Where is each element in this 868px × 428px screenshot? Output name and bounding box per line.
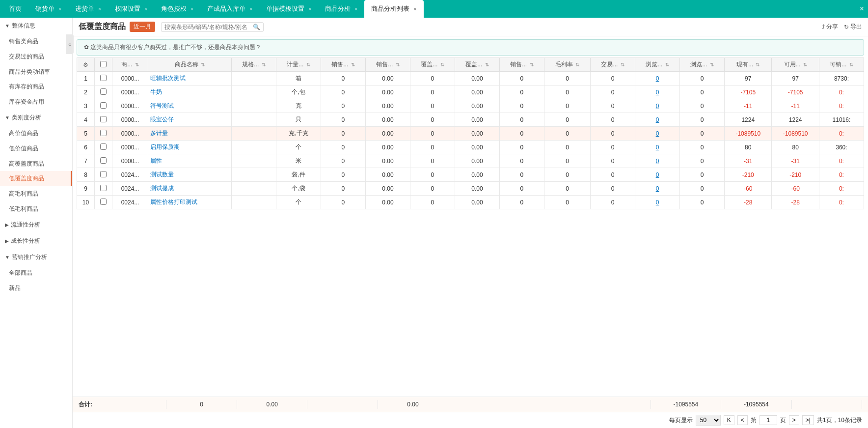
sidebar-group-marketing[interactable]: ▼ 营销推广分析: [0, 249, 72, 265]
col-sales-qty[interactable]: 销售... ⇅: [321, 58, 365, 72]
row-name[interactable]: 符号测试: [148, 99, 232, 113]
row-name[interactable]: 多计量: [148, 127, 232, 141]
col-sales-amt[interactable]: 销售... ⇅: [365, 58, 410, 72]
row-select-checkbox[interactable]: [100, 88, 107, 95]
gear-icon[interactable]: ⚙: [83, 61, 88, 68]
row-name[interactable]: 属性: [148, 154, 232, 168]
row-select-checkbox[interactable]: [100, 116, 107, 122]
row-checkbox[interactable]: [95, 86, 112, 99]
sidebar-item-traded-goods[interactable]: 交易过的商品: [0, 49, 72, 64]
row-checkbox[interactable]: [95, 154, 112, 168]
col-settings[interactable]: ⚙: [77, 58, 95, 72]
row-browse1[interactable]: 0: [635, 168, 680, 182]
close-icon[interactable]: ×: [98, 6, 101, 12]
col-unit[interactable]: 计量... ⇅: [276, 58, 321, 72]
row-browse1[interactable]: 0: [635, 154, 680, 168]
tab-template[interactable]: 单据模板设置 ×: [259, 0, 318, 18]
col-code[interactable]: 商... ⇅: [112, 58, 148, 72]
row-browse1[interactable]: 0: [635, 72, 680, 86]
row-checkbox[interactable]: [95, 182, 112, 196]
row-checkbox[interactable]: [95, 196, 112, 209]
col-current-stock[interactable]: 现有... ⇅: [725, 58, 772, 72]
row-checkbox[interactable]: [95, 168, 112, 182]
col-browse1[interactable]: 浏览... ⇅: [635, 58, 680, 72]
sidebar-item-all-goods[interactable]: 全部商品: [0, 265, 72, 281]
date-filter-button[interactable]: 近一月: [130, 22, 155, 32]
row-select-checkbox[interactable]: [100, 143, 107, 150]
col-available[interactable]: 可用... ⇅: [772, 58, 819, 72]
row-checkbox[interactable]: [95, 72, 112, 86]
row-select-checkbox[interactable]: [100, 102, 107, 109]
close-icon[interactable]: ×: [354, 6, 357, 12]
sidebar-group-category[interactable]: ▼ 类别度分析: [0, 110, 72, 126]
search-input[interactable]: [164, 24, 253, 30]
sidebar-item-low-gross[interactable]: 低毛利商品: [0, 201, 72, 217]
sidebar-group-overall[interactable]: ▼ 整体信息: [0, 18, 72, 34]
row-name[interactable]: 属性价格打印测试: [148, 196, 232, 209]
tab-permission[interactable]: 权限设置 ×: [108, 0, 154, 18]
sidebar-item-new-goods[interactable]: 新品: [0, 281, 72, 296]
col-spec[interactable]: 规格... ⇅: [231, 58, 276, 72]
share-button[interactable]: ⤴ 分享: [822, 23, 838, 31]
row-select-checkbox[interactable]: [100, 75, 107, 81]
row-browse1[interactable]: 0: [635, 113, 680, 127]
tab-purchase[interactable]: 进货单 ×: [68, 0, 108, 18]
row-browse1[interactable]: 0: [635, 196, 680, 209]
last-page-button[interactable]: >|: [802, 415, 814, 425]
tab-role[interactable]: 角色授权 ×: [154, 0, 200, 18]
col-sellable[interactable]: 可销... ⇅: [819, 58, 864, 72]
current-page-input[interactable]: [760, 415, 777, 425]
sidebar-item-high-coverage[interactable]: 高覆盖度商品: [0, 156, 72, 171]
close-icon[interactable]: ×: [413, 6, 416, 12]
sidebar-item-stock-capital[interactable]: 库存资金占用: [0, 94, 72, 110]
close-icon[interactable]: ×: [308, 6, 311, 12]
close-icon[interactable]: ×: [58, 6, 61, 12]
search-icon[interactable]: 🔍: [253, 24, 260, 30]
col-browse2[interactable]: 浏览... ⇅: [680, 58, 725, 72]
sidebar-item-has-stock[interactable]: 有库存的商品: [0, 79, 72, 94]
row-name[interactable]: 启用保质期: [148, 141, 232, 154]
row-checkbox[interactable]: [95, 141, 112, 154]
sidebar-collapse-button[interactable]: «: [66, 34, 74, 54]
row-select-checkbox[interactable]: [100, 130, 107, 136]
prev-page-button[interactable]: <: [737, 415, 748, 425]
row-checkbox[interactable]: [95, 99, 112, 113]
col-gross-rate[interactable]: 毛利率 ⇅: [544, 58, 590, 72]
sidebar-item-category-rate[interactable]: 商品分类动销率: [0, 64, 72, 80]
row-browse1[interactable]: 0: [635, 127, 680, 141]
sidebar-item-high-gross[interactable]: 高毛利商品: [0, 186, 72, 201]
tab-product-warehouse[interactable]: 产成品入库单 ×: [200, 0, 259, 18]
row-name[interactable]: 测试数量: [148, 168, 232, 182]
tab-sales-order[interactable]: 销货单 ×: [28, 0, 68, 18]
window-close-icon[interactable]: ×: [860, 4, 864, 13]
col-coverage2[interactable]: 覆盖... ⇅: [455, 58, 499, 72]
row-checkbox[interactable]: [95, 113, 112, 127]
col-name[interactable]: 商品名称 ⇅: [148, 58, 232, 72]
row-checkbox[interactable]: [95, 127, 112, 141]
row-browse1[interactable]: 0: [635, 99, 680, 113]
select-all-checkbox[interactable]: [100, 61, 107, 67]
col-coverage1[interactable]: 覆盖... ⇅: [410, 58, 455, 72]
sidebar-group-liquidity[interactable]: ▶ 流通性分析: [0, 217, 72, 233]
close-icon[interactable]: ×: [190, 6, 193, 12]
row-browse1[interactable]: 0: [635, 86, 680, 99]
export-button[interactable]: ↻ 导出: [844, 23, 862, 31]
sidebar-group-growth[interactable]: ▶ 成长性分析: [0, 233, 72, 249]
sidebar-item-high-value[interactable]: 高价值商品: [0, 126, 72, 141]
row-name[interactable]: 眼宝公仔: [148, 113, 232, 127]
col-transaction[interactable]: 交易... ⇅: [591, 58, 635, 72]
sidebar-item-low-value[interactable]: 低价值商品: [0, 141, 72, 156]
row-select-checkbox[interactable]: [100, 157, 107, 164]
row-name[interactable]: 测试提成: [148, 182, 232, 196]
row-name[interactable]: 牛奶: [148, 86, 232, 99]
page-size-select[interactable]: 50 100 200: [696, 415, 721, 426]
tab-home[interactable]: 首页: [2, 0, 28, 18]
close-icon[interactable]: ×: [144, 6, 147, 12]
close-icon[interactable]: ×: [249, 6, 252, 12]
row-name[interactable]: 旺辅批次测试: [148, 72, 232, 86]
row-browse1[interactable]: 0: [635, 141, 680, 154]
tab-product-analysis[interactable]: 商品分析 ×: [318, 0, 364, 18]
row-select-checkbox[interactable]: [100, 171, 107, 177]
tab-product-analysis-list[interactable]: 商品分析列表 ×: [364, 0, 423, 18]
sidebar-item-sales-goods[interactable]: 销售类商品: [0, 34, 72, 49]
